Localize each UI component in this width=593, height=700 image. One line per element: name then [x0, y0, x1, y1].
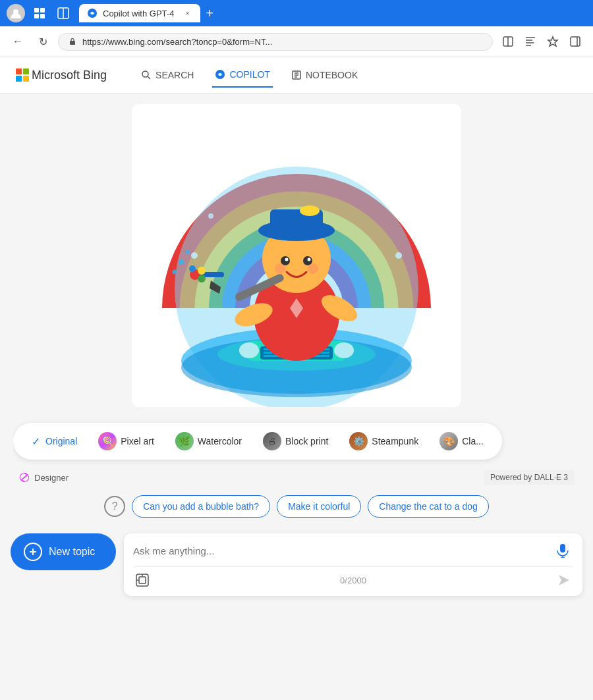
address-bar[interactable]: https://www.bing.com/search?toncp=0&form…: [58, 33, 493, 51]
style-option-watercolor[interactable]: 🌿 Watercolor: [167, 428, 250, 454]
active-tab[interactable]: Copilot with GPT-4 ×: [79, 4, 200, 22]
extensions-icon[interactable]: [30, 4, 49, 22]
svg-point-8: [91, 12, 94, 14]
user-avatar[interactable]: [7, 4, 25, 22]
style-steampunk-label: Steampunk: [372, 436, 418, 446]
new-topic-button[interactable]: New topic: [11, 533, 116, 570]
style-selector-row: ✓ Original 🍭 Pixel art 🌿 Watercolor: [13, 417, 580, 465]
input-row: [133, 540, 573, 561]
send-button[interactable]: [555, 571, 573, 589]
svg-point-15: [142, 71, 148, 77]
copilot-nav-icon: [215, 69, 225, 80]
tab-close-button[interactable]: ×: [182, 8, 192, 18]
search-nav-icon: [141, 70, 152, 80]
style-option-block-print[interactable]: 🖨 Block print: [255, 428, 336, 454]
new-topic-label: New topic: [49, 546, 95, 558]
svg-point-49: [308, 258, 311, 261]
reader-mode-icon[interactable]: [521, 32, 540, 51]
style-selector: ✓ Original 🍭 Pixel art 🌿 Watercolor: [13, 423, 502, 460]
input-box: 0/2000: [124, 533, 582, 596]
back-button[interactable]: ←: [8, 32, 28, 51]
svg-rect-3: [34, 14, 39, 18]
svg-point-45: [300, 205, 320, 216]
split-view-icon[interactable]: [54, 4, 72, 22]
nav-actions: [498, 32, 585, 51]
svg-marker-12: [548, 37, 557, 46]
svg-rect-1: [34, 8, 39, 13]
style-original-label: Original: [45, 436, 77, 446]
new-tab-button[interactable]: +: [200, 4, 219, 22]
search-nav-item[interactable]: SEARCH: [138, 63, 196, 88]
navigation-bar: ← ↻ https://www.bing.com/search?toncp=0&…: [0, 26, 593, 57]
svg-point-48: [285, 258, 289, 261]
svg-point-50: [275, 263, 285, 274]
tab-favicon: [87, 8, 98, 18]
style-option-steampunk[interactable]: ⚙️ Steampunk: [341, 428, 426, 454]
cla-icon: 🎨: [439, 432, 458, 450]
powered-by-badge: Powered by DALL·E 3: [484, 470, 575, 485]
bing-header: Microsoft Bing SEARCH COPILOT NOTEBOOK: [0, 57, 593, 94]
svg-point-61: [173, 270, 177, 275]
tab-bar: Copilot with GPT-4 × +: [79, 4, 586, 22]
split-screen-icon[interactable]: [498, 32, 518, 51]
lock-icon: [68, 37, 77, 46]
suggestion-cat-to-dog[interactable]: Change the cat to a dog: [368, 495, 488, 518]
pixel-art-icon: 🍭: [98, 432, 117, 450]
microsoft-squares: [16, 68, 29, 82]
microphone-icon: [557, 543, 569, 558]
style-pixel-art-label: Pixel art: [121, 436, 154, 446]
main-content: ✓ Original 🍭 Pixel art 🌿 Watercolor: [0, 94, 593, 620]
tab-title: Copilot with GPT-4: [103, 9, 174, 18]
svg-point-59: [179, 259, 184, 265]
url-text: https://www.bing.com/search?toncp=0&form…: [82, 37, 483, 47]
svg-point-60: [186, 250, 190, 254]
copilot-nav-label: COPILOT: [229, 69, 269, 80]
svg-point-18: [219, 73, 221, 76]
send-icon: [557, 574, 571, 587]
watercolor-icon: 🌿: [175, 432, 194, 450]
svg-point-58: [189, 265, 196, 272]
svg-rect-13: [571, 37, 580, 46]
svg-rect-64: [560, 544, 565, 552]
sidepanel-icon[interactable]: [565, 32, 585, 51]
steampunk-icon: ⚙️: [349, 432, 368, 450]
char-count: 0/2000: [340, 576, 366, 585]
check-icon: ✓: [32, 435, 40, 448]
ask-input[interactable]: [133, 545, 547, 556]
generated-image: [132, 104, 461, 407]
style-watercolor-label: Watercolor: [198, 436, 242, 446]
image-upload-button[interactable]: [133, 571, 152, 589]
style-option-pixel-art[interactable]: 🍭 Pixel art: [90, 428, 162, 454]
bing-logo-text: Microsoft Bing: [32, 68, 107, 82]
browser-controls: [7, 4, 72, 22]
notebook-nav-icon: [291, 70, 302, 80]
style-option-original[interactable]: ✓ Original: [24, 431, 85, 452]
suggestion-colorful[interactable]: Make it colorful: [277, 495, 361, 518]
suggestion-bubble-bath[interactable]: Can you add a bubble bath?: [132, 495, 270, 518]
generated-image-container: [132, 104, 461, 407]
refresh-button[interactable]: ↻: [33, 32, 53, 51]
favorites-icon[interactable]: [543, 32, 563, 51]
microphone-button[interactable]: [552, 540, 573, 561]
style-cla-label: Cla...: [462, 436, 484, 446]
copilot-nav-item[interactable]: COPILOT: [212, 63, 272, 88]
new-topic-icon: [24, 543, 42, 561]
powered-by-text: Powered by DALL·E 3: [490, 473, 568, 482]
style-option-cla[interactable]: 🎨 Cla...: [432, 428, 492, 454]
notebook-nav-label: NOTEBOOK: [306, 70, 358, 80]
designer-label: Designer: [18, 471, 69, 483]
browser-chrome: Copilot with GPT-4 × +: [0, 0, 593, 26]
svg-point-37: [334, 342, 354, 358]
search-nav-label: SEARCH: [155, 70, 194, 80]
suggestions-bar: ? Can you add a bubble bath? Make it col…: [94, 487, 499, 525]
notebook-nav-item[interactable]: NOTEBOOK: [289, 63, 360, 88]
style-block-print-label: Block print: [285, 436, 328, 446]
help-icon[interactable]: ?: [104, 496, 125, 517]
svg-point-51: [308, 263, 318, 274]
svg-rect-4: [40, 14, 45, 18]
image-upload-icon: [135, 573, 150, 587]
bing-logo[interactable]: Microsoft Bing: [16, 68, 107, 82]
input-footer: 0/2000: [133, 566, 573, 589]
svg-marker-71: [559, 575, 569, 585]
content-wrapper: ✓ Original 🍭 Pixel art 🌿 Watercolor: [0, 94, 593, 604]
